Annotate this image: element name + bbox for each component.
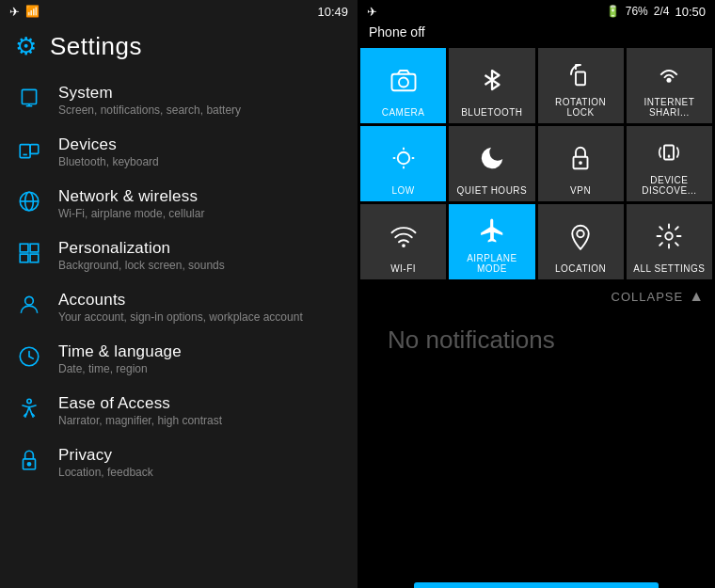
- rotation-label: ROTATION LOCK: [542, 97, 620, 118]
- svg-point-32: [577, 230, 584, 237]
- left-status-bar: ✈ 📶 10:49: [0, 0, 358, 23]
- privacy-svg: [17, 448, 41, 472]
- svg-point-19: [399, 77, 408, 87]
- quiet-tile-icon: [478, 134, 506, 182]
- bluetooth-label: BLUETOOTH: [461, 107, 522, 118]
- settings-panel: ✈ 📶 10:49 ⚙ Settings System Screen, noti…: [0, 0, 358, 588]
- tile-all-settings[interactable]: ALL SETTINGS: [627, 204, 712, 279]
- devices-desc: Bluetooth, keyboard: [58, 155, 159, 168]
- camera-label: CAMERA: [382, 107, 425, 118]
- tile-location[interactable]: LOCATION: [538, 204, 624, 279]
- location-label: LOCATION: [555, 263, 606, 274]
- wifi-icon: 📶: [25, 5, 40, 18]
- ease-text: Ease of Access Narrator, magnifier, high…: [58, 394, 222, 427]
- tile-device-discover[interactable]: DEVICE DISCOVE...: [627, 126, 712, 201]
- svg-point-13: [25, 296, 34, 305]
- settings-header: ⚙ Settings: [0, 23, 358, 74]
- tile-internet-share[interactable]: INTERNET SHARI...: [627, 48, 712, 123]
- device-discover-svg: [655, 138, 683, 167]
- accounts-desc: Your account, sign-in options, workplace…: [58, 310, 303, 324]
- accounts-text: Accounts Your account, sign-in options, …: [58, 291, 303, 324]
- svg-rect-10: [30, 244, 39, 252]
- settings-item-personalization[interactable]: Personalization Background, lock screen,…: [8, 230, 350, 281]
- internet-share-svg: [655, 60, 683, 88]
- low-svg: [389, 144, 418, 172]
- settings-list: System Screen, notifications, search, ba…: [0, 74, 358, 588]
- system-svg: [17, 86, 41, 110]
- accounts-name: Accounts: [58, 291, 303, 310]
- personalization-text: Personalization Background, lock screen,…: [58, 239, 225, 272]
- settings-title: Settings: [50, 32, 142, 61]
- system-desc: Screen, notifications, search, battery: [58, 103, 241, 117]
- network-svg: [17, 189, 41, 214]
- device-discover-tile-icon: [655, 134, 683, 171]
- tile-low[interactable]: LOW: [360, 126, 446, 201]
- personalization-desc: Background, lock screen, sounds: [58, 259, 225, 272]
- system-icon: [15, 86, 43, 116]
- vpn-svg: [566, 144, 595, 172]
- privacy-name: Privacy: [58, 446, 153, 465]
- settings-item-accounts[interactable]: Accounts Your account, sign-in options, …: [8, 281, 350, 333]
- settings-item-devices[interactable]: Devices Bluetooth, keyboard: [8, 126, 350, 178]
- phone-off-text: Phone off: [369, 24, 425, 40]
- privacy-icon: [15, 448, 43, 478]
- tile-quiet[interactable]: QUIET HOURS: [449, 126, 534, 201]
- svg-rect-0: [22, 89, 36, 103]
- settings-item-system[interactable]: System Screen, notifications, search, ba…: [8, 74, 350, 126]
- settings-item-time[interactable]: Time & language Date, time, region: [8, 333, 350, 385]
- camera-svg: [389, 66, 418, 94]
- phone-off-bar: Phone off: [358, 23, 715, 45]
- left-clock: 10:49: [317, 5, 348, 19]
- settings-item-privacy[interactable]: Privacy Location, feedback: [8, 437, 350, 488]
- bluetooth-tile-icon: [478, 56, 506, 103]
- tile-wifi[interactable]: WI-FI: [360, 204, 446, 279]
- svg-point-17: [27, 462, 30, 465]
- settings-item-ease[interactable]: Ease of Access Narrator, magnifier, high…: [8, 385, 350, 437]
- system-name: System: [58, 84, 241, 103]
- svg-point-28: [579, 161, 582, 165]
- tile-bluetooth[interactable]: BLUETOOTH: [449, 48, 534, 123]
- svg-rect-20: [576, 72, 585, 86]
- ease-icon: [15, 396, 43, 426]
- right-status-left: ✈: [367, 5, 377, 19]
- low-label: LOW: [391, 185, 414, 196]
- rotation-tile-icon: [566, 56, 595, 93]
- wifi-tile-icon: [389, 212, 418, 260]
- right-battery-percent: 76%: [626, 5, 648, 18]
- all-settings-tile-icon: [655, 212, 683, 260]
- airplane-tile-icon: [478, 212, 506, 249]
- settings-item-network[interactable]: Network & wireless Wi-Fi, airplane mode,…: [8, 178, 350, 230]
- wifi-svg: [389, 222, 418, 250]
- notification-panel: ✈ 🔋 76% 2/4 10:50 Phone off CAMERA: [358, 0, 715, 588]
- personalization-name: Personalization: [58, 239, 225, 258]
- time-svg: [17, 344, 41, 369]
- tile-airplane[interactable]: AIRPLANE MODE: [449, 204, 534, 279]
- ease-name: Ease of Access: [58, 394, 222, 413]
- tile-camera[interactable]: CAMERA: [360, 48, 446, 123]
- vpn-tile-icon: [566, 134, 595, 182]
- privacy-text: Privacy Location, feedback: [58, 446, 153, 479]
- devices-text: Devices Bluetooth, keyboard: [58, 135, 159, 168]
- svg-rect-18: [391, 73, 415, 90]
- no-notifications-area: No notifications: [358, 310, 715, 370]
- right-airplane-icon: ✈: [367, 5, 377, 19]
- time-text: Time & language Date, time, region: [58, 342, 182, 375]
- network-text: Network & wireless Wi-Fi, airplane mode,…: [58, 187, 204, 220]
- time-desc: Date, time, region: [58, 362, 182, 375]
- location-svg: [566, 222, 595, 250]
- svg-point-22: [397, 151, 409, 164]
- tile-vpn[interactable]: VPN: [538, 126, 624, 201]
- gear-icon: ⚙: [15, 32, 37, 61]
- network-desc: Wi-Fi, airplane mode, cellular: [58, 207, 204, 220]
- tile-rotation[interactable]: ROTATION LOCK: [538, 48, 624, 123]
- svg-point-31: [402, 244, 405, 247]
- internet-share-label: INTERNET SHARI...: [630, 97, 708, 118]
- right-sim: 2/4: [654, 5, 670, 18]
- right-clock: 10:50: [675, 5, 706, 19]
- svg-point-33: [666, 232, 674, 240]
- network-name: Network & wireless: [58, 187, 204, 206]
- personalization-icon: [15, 241, 43, 271]
- devices-icon: [15, 137, 43, 167]
- wifi-label: WI-FI: [390, 263, 416, 274]
- collapse-chevron-icon: ▲: [689, 288, 704, 305]
